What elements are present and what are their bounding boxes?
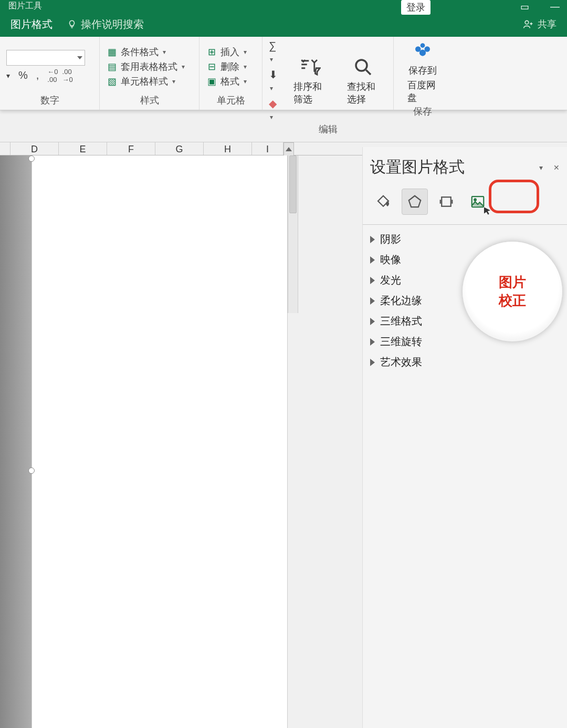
svg-point-5 (421, 43, 425, 48)
save-baidu-l1: 保存到 (408, 64, 437, 77)
conditional-format-label: 条件格式 (121, 46, 159, 58)
effect-label: 艺术效果 (380, 355, 422, 369)
row-header-edge (0, 142, 10, 155)
find-select-label: 查找和选择 (347, 80, 380, 106)
insert-icon: ⊞ (206, 47, 217, 57)
tab-fill-line[interactable] (370, 189, 396, 215)
selection-handle[interactable] (28, 155, 35, 162)
insert-button[interactable]: ⊞ 插入▾ (206, 46, 256, 58)
effect-3d-rotation[interactable]: 三维旋转 (370, 335, 560, 349)
col-header[interactable]: E (59, 142, 107, 155)
window-buttons: ▭ — (513, 0, 567, 14)
currency-icon[interactable]: ▾ (6, 71, 10, 80)
number-format-combo[interactable] (6, 50, 85, 66)
effect-3d-format[interactable]: 三维格式 (370, 314, 560, 328)
col-header[interactable]: G (155, 142, 204, 155)
group-styles: ▦ 条件格式▾ ▤ 套用表格格式▾ ▧ 单元格样式▾ 样式 (100, 37, 200, 110)
effect-label: 柔化边缘 (380, 294, 422, 308)
share-icon (523, 19, 533, 29)
format-picture-pane: 设置图片格式 ▾ ✕ 阴影 映像 发光 (362, 147, 567, 728)
context-tab-label: 图片工具 (8, 1, 42, 12)
share-label: 共享 (538, 18, 556, 30)
login-button[interactable]: 登录 (401, 0, 430, 15)
sort-filter-button[interactable]: 排序和筛选 (286, 56, 333, 106)
table-format-icon: ▤ (106, 61, 118, 72)
col-header[interactable]: H (204, 142, 252, 155)
ribbon-options-icon[interactable]: ▭ (520, 1, 529, 13)
group-number-label: 数字 (6, 93, 93, 109)
scroll-up-button[interactable] (284, 142, 294, 156)
table-format-button[interactable]: ▤ 套用表格格式▾ (106, 60, 193, 73)
tab-picture-format[interactable]: 图片格式 (10, 17, 52, 32)
ribbon-tabs: 图片格式 操作说明搜索 共享 (0, 12, 567, 37)
effects-list: 阴影 映像 发光 柔化边缘 三维格式 三维旋转 艺术效果 (370, 232, 560, 369)
effect-soft-edges[interactable]: 柔化边缘 (370, 294, 560, 308)
fill-button[interactable]: ⬇ ▾ (269, 68, 280, 93)
tab-picture[interactable] (465, 189, 491, 215)
percent-button[interactable]: % (18, 69, 28, 81)
svg-point-8 (474, 199, 476, 201)
cell-styles-icon: ▧ (106, 76, 118, 87)
tab-effects[interactable] (402, 189, 428, 215)
effect-label: 映像 (380, 253, 401, 267)
find-select-button[interactable]: 查找和选择 (340, 56, 387, 106)
group-save: 保存到 百度网盘 保存 (394, 37, 452, 110)
delete-button[interactable]: ⊟ 删除▾ (206, 60, 256, 73)
group-cells: ⊞ 插入▾ ⊟ 删除▾ ▣ 格式▾ 单元格 (200, 37, 262, 110)
scrollbar-thumb[interactable] (289, 155, 297, 213)
effect-label: 三维格式 (380, 314, 422, 328)
title-bar: 图片工具 登录 ▭ — (0, 0, 567, 12)
increase-decimal-button[interactable]: ←0.00 (47, 68, 58, 84)
conditional-format-button[interactable]: ▦ 条件格式▾ (106, 46, 193, 58)
selection-handle[interactable] (28, 467, 35, 474)
conditional-format-icon: ▦ (106, 47, 118, 57)
pane-category-tabs (370, 189, 560, 215)
find-select-icon (352, 56, 374, 78)
size-icon (438, 194, 454, 210)
minimize-icon[interactable]: — (550, 1, 560, 13)
group-cells-label: 单元格 (206, 93, 256, 109)
tell-me-search[interactable]: 操作说明搜索 (67, 17, 144, 32)
col-header[interactable]: D (10, 142, 59, 155)
sort-filter-icon (299, 56, 321, 78)
comma-button[interactable]: , (36, 69, 39, 81)
pentagon-icon (407, 194, 423, 210)
effect-glow[interactable]: 发光 (370, 273, 560, 287)
vertical-scrollbar[interactable] (288, 155, 298, 313)
expand-icon (370, 277, 375, 284)
effect-reflection[interactable]: 映像 (370, 253, 560, 267)
pane-close-icon[interactable]: ✕ (553, 163, 560, 172)
share-button[interactable]: 共享 (523, 18, 556, 30)
tab-size[interactable] (433, 189, 459, 215)
insert-label: 插入 (220, 46, 239, 58)
col-header[interactable]: F (107, 142, 155, 155)
expand-icon (370, 236, 375, 243)
effect-shadow[interactable]: 阴影 (370, 232, 560, 246)
worksheet-canvas[interactable] (32, 155, 288, 728)
sort-filter-label: 排序和筛选 (293, 80, 326, 106)
save-baidu-button[interactable]: 保存到 百度网盘 (400, 40, 445, 104)
format-icon: ▣ (206, 76, 217, 87)
effect-artistic[interactable]: 艺术效果 (370, 355, 560, 369)
svg-point-0 (525, 20, 529, 24)
decrease-decimal-button[interactable]: .00→0 (62, 68, 73, 84)
effect-label: 阴影 (380, 232, 401, 246)
cell-styles-button[interactable]: ▧ 单元格样式▾ (106, 75, 193, 88)
cursor-icon (482, 206, 492, 216)
selected-picture-left-edge (0, 155, 32, 728)
col-header[interactable]: I (252, 142, 284, 155)
paint-bucket-icon (375, 194, 391, 210)
svg-point-1 (356, 60, 367, 71)
cell-styles-label: 单元格样式 (121, 75, 168, 88)
lightbulb-icon (67, 19, 77, 29)
autosum-button[interactable]: ∑ ▾ (269, 40, 280, 64)
worksheet-area: D E F G H I 设置图片格式 ▾ ✕ (0, 110, 567, 728)
delete-label: 删除 (220, 60, 239, 73)
format-button[interactable]: ▣ 格式▾ (206, 75, 256, 88)
svg-rect-6 (442, 197, 451, 206)
pane-dropdown-icon[interactable]: ▾ (539, 163, 543, 172)
group-styles-label: 样式 (106, 93, 193, 109)
expand-icon (370, 318, 375, 325)
expand-icon (370, 256, 375, 264)
tell-me-label: 操作说明搜索 (81, 17, 144, 32)
